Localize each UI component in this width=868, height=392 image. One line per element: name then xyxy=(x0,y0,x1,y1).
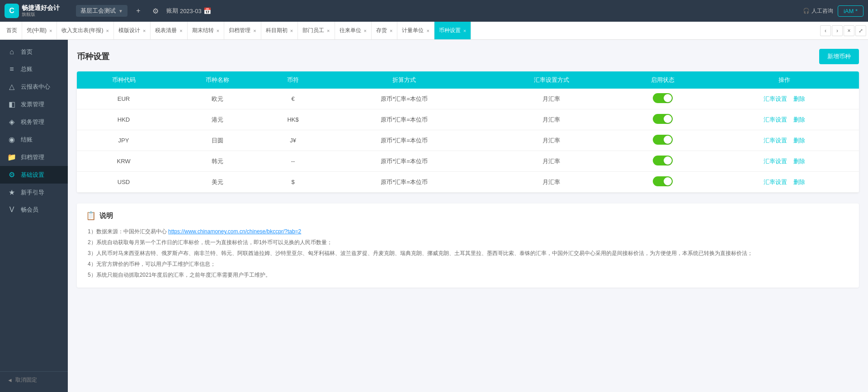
close-icon[interactable]: × xyxy=(106,28,108,33)
close-icon[interactable]: × xyxy=(426,28,429,33)
sidebar-item-ledger[interactable]: ≡ 总账 xyxy=(0,61,68,78)
cell-rate-method: 月汇率 xyxy=(486,109,616,130)
page-header: 币种设置 新增币种 xyxy=(77,49,859,64)
tab-voucher[interactable]: 凭(中期) × xyxy=(22,22,57,39)
cell-rate-method: 月汇率 xyxy=(486,89,616,109)
close-icon[interactable]: × xyxy=(49,28,52,33)
toggle-track xyxy=(653,156,673,165)
sidebar: ⌂ 首页 ≡ 总账 △ 云报表中心 ◧ 发票管理 ◈ 税务管理 ◉ 结账 📁 归… xyxy=(0,40,68,392)
tab-dept[interactable]: 部门员工 × xyxy=(298,22,335,39)
member-icon: V xyxy=(7,206,16,214)
cell-symbol: J¥ xyxy=(264,130,322,151)
rate-settings-link[interactable]: 汇率设置 xyxy=(764,116,787,123)
tab-income[interactable]: 收入支出表(年报) × xyxy=(57,22,113,39)
close-icon[interactable]: × xyxy=(463,28,466,33)
top-right-actions: 🎧 人工咨询 iAM * xyxy=(803,5,863,17)
cell-actions: 汇率设置 删除 xyxy=(710,130,859,151)
rate-settings-link[interactable]: 汇率设置 xyxy=(764,137,787,144)
cell-calc: 原币*汇率=本位币 xyxy=(322,130,486,151)
cell-status[interactable] xyxy=(616,109,710,130)
tab-unit[interactable]: 计量单位 × xyxy=(397,22,434,39)
sidebar-item-report-label: 云报表中心 xyxy=(21,83,50,91)
sidebar-item-tax[interactable]: ◈ 税务管理 xyxy=(0,113,68,131)
close-icon[interactable]: × xyxy=(364,28,367,33)
delete-link[interactable]: 删除 xyxy=(793,95,805,102)
cell-code: JPY xyxy=(77,130,170,151)
toggle-switch[interactable] xyxy=(653,156,673,165)
top-bar: C 畅捷通好会计 旗舰版 基层工会测试 ▼ + ⚙ 账期 2023-03 📅 🎧… xyxy=(0,0,868,22)
cell-status[interactable] xyxy=(616,89,710,109)
tab-clients[interactable]: 往来单位 × xyxy=(335,22,372,39)
calendar-icon[interactable]: 📅 xyxy=(203,7,211,14)
close-icon[interactable]: × xyxy=(143,28,146,33)
sidebar-item-member-label: 畅会员 xyxy=(21,206,38,214)
sidebar-item-home[interactable]: ⌂ 首页 xyxy=(0,43,68,61)
sidebar-item-member[interactable]: V 畅会员 xyxy=(0,201,68,218)
cell-status[interactable] xyxy=(616,151,710,172)
delete-link[interactable]: 删除 xyxy=(793,179,805,185)
cell-rate-method: 月汇率 xyxy=(486,130,616,151)
sidebar-item-guide[interactable]: ★ 新手引导 xyxy=(0,184,68,201)
sidebar-item-archive[interactable]: 📁 归档管理 xyxy=(0,148,68,166)
help-button[interactable]: 🎧 人工咨询 xyxy=(803,7,833,15)
tab-period-end[interactable]: 期末结转 × xyxy=(188,22,224,39)
tab-home[interactable]: 首页 xyxy=(2,22,22,39)
close-icon[interactable]: × xyxy=(217,28,219,33)
tab-template[interactable]: 模版设计 × xyxy=(114,22,151,39)
tab-archive[interactable]: 归档管理 × xyxy=(224,22,261,39)
rate-settings-link[interactable]: 汇率设置 xyxy=(764,158,787,165)
tab-currency[interactable]: 币种设置 × xyxy=(434,22,471,39)
tab-maximize-button[interactable]: ⤢ xyxy=(855,25,866,36)
rate-settings-link[interactable]: 汇率设置 xyxy=(764,95,787,102)
cell-name: 美元 xyxy=(170,172,264,193)
sidebar-item-settle[interactable]: ◉ 结账 xyxy=(0,131,68,148)
add-icon[interactable]: + xyxy=(132,5,145,17)
delete-link[interactable]: 删除 xyxy=(793,116,805,123)
tab-prev-button[interactable]: ‹ xyxy=(820,25,831,36)
rate-settings-link[interactable]: 汇率设置 xyxy=(764,179,787,185)
tab-currency-label: 币种设置 xyxy=(439,27,461,34)
sidebar-item-basic[interactable]: ⚙ 基础设置 xyxy=(0,166,68,184)
home-icon: ⌂ xyxy=(7,48,16,56)
toggle-switch[interactable] xyxy=(653,93,673,103)
logo-area: C 畅捷通好会计 旗舰版 xyxy=(5,4,71,18)
sidebar-item-home-label: 首页 xyxy=(21,48,33,56)
close-icon[interactable]: × xyxy=(253,28,256,33)
tab-archive-label: 归档管理 xyxy=(229,27,250,34)
delete-link[interactable]: 删除 xyxy=(793,137,805,144)
settings-icon[interactable]: ⚙ xyxy=(149,5,162,17)
period-label: 账期 xyxy=(166,7,178,15)
toggle-switch[interactable] xyxy=(653,114,673,124)
tab-home-label: 首页 xyxy=(6,27,17,34)
sidebar-item-report[interactable]: △ 云报表中心 xyxy=(0,78,68,95)
sidebar-pin-button[interactable]: ◄ 取消固定 xyxy=(0,371,68,388)
toggle-switch[interactable] xyxy=(653,135,673,145)
delete-link[interactable]: 删除 xyxy=(793,158,805,165)
desc-link[interactable]: https://www.chinamoney.com.cn/chinese/bk… xyxy=(168,228,301,235)
tab-next-button[interactable]: › xyxy=(832,25,843,36)
period-value: 2023-03 xyxy=(180,8,202,14)
cell-status[interactable] xyxy=(616,172,710,193)
tab-subjects[interactable]: 科目期初 × xyxy=(261,22,298,39)
sidebar-item-archive-label: 归档管理 xyxy=(21,153,44,161)
tab-close-button[interactable]: × xyxy=(844,25,854,36)
org-selector[interactable]: 基层工会测试 ▼ xyxy=(76,5,127,17)
cell-name: 日圆 xyxy=(170,130,264,151)
toggle-thumb xyxy=(664,177,672,185)
table-row: EUR 欧元 € 原币*汇率=本位币 月汇率 汇率设置 删除 xyxy=(77,89,859,109)
new-currency-button[interactable]: 新增币种 xyxy=(819,49,859,64)
close-icon[interactable]: × xyxy=(290,28,293,33)
invoice-icon: ◧ xyxy=(7,100,16,109)
sidebar-item-invoice[interactable]: ◧ 发票管理 xyxy=(0,95,68,113)
sidebar-item-ledger-label: 总账 xyxy=(21,65,33,73)
tab-inventory[interactable]: 存货 × xyxy=(372,22,397,39)
close-icon[interactable]: × xyxy=(179,28,182,33)
col-header-actions: 操作 xyxy=(710,71,859,89)
close-icon[interactable]: × xyxy=(390,28,392,33)
close-icon[interactable]: × xyxy=(327,28,330,33)
account-button[interactable]: iAM * xyxy=(838,5,863,17)
tab-tax[interactable]: 税表清册 × xyxy=(151,22,187,39)
cell-status[interactable] xyxy=(616,130,710,151)
toggle-switch[interactable] xyxy=(653,176,673,186)
cell-name: 欧元 xyxy=(170,89,264,109)
